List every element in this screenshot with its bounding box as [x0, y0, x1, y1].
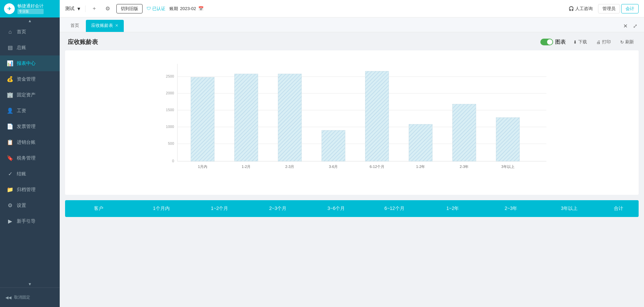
scroll-down-arrow[interactable]: ▼ — [0, 281, 60, 288]
svg-text:1月内: 1月内 — [198, 165, 207, 169]
download-label: 下载 — [578, 39, 587, 45]
sidebar-item-guide[interactable]: ▶ 新手引导 — [0, 213, 60, 229]
settings-gear-button[interactable]: ⚙ — [103, 4, 112, 13]
tab-close-icon[interactable]: ✕ — [115, 23, 118, 28]
sidebar-item-label: 报表中心 — [17, 60, 36, 67]
toggle-thumb — [547, 39, 552, 45]
chevron-down-icon: ▼ — [76, 6, 81, 11]
content-area: 应收账龄表 图表 ⬇ 下载 🖨 打印 ↻ 刷新 — [60, 32, 644, 307]
svg-text:1-2年: 1-2年 — [416, 165, 425, 169]
cert-status: 🛡 已认证 — [147, 6, 165, 12]
scroll-up-arrow[interactable]: ▲ — [0, 17, 60, 24]
sidebar-item-label: 固定资产 — [17, 92, 36, 98]
topbar: 测试 ▼ ＋ ⚙ 切到旧版 🛡 已认证 账期 2023-02 📅 🎧 人工咨询 … — [60, 0, 644, 17]
payroll-icon: 👤 — [7, 107, 13, 114]
sidebar-item-label: 结账 — [17, 171, 26, 177]
topbar-right: 🎧 人工咨询 管理员 会计 — [569, 4, 639, 13]
svg-text:1500: 1500 — [166, 108, 174, 112]
sidebar: ✈ 畅捷通好会计 专业版 ▲ ⌂ 首页 ▤ 总账 📊 报表中心 💰 资金管理 🏢… — [0, 0, 60, 307]
collapse-icon: ◀◀ — [5, 295, 11, 300]
svg-text:0: 0 — [172, 159, 174, 163]
sidebar-item-archive[interactable]: 📁 归档管理 — [0, 182, 60, 198]
svg-text:6-12个月: 6-12个月 — [370, 165, 384, 169]
manager-button[interactable]: 管理员 — [598, 4, 620, 13]
bar-6-12-month — [365, 71, 389, 161]
svg-text:2-3年: 2-3年 — [460, 165, 469, 169]
col-3plus-year: 3年以上 — [540, 200, 598, 217]
close-window-button[interactable]: ✕ — [622, 21, 629, 31]
svg-text:3年以上: 3年以上 — [501, 165, 514, 169]
add-button[interactable]: ＋ — [90, 4, 99, 13]
app-name: 畅捷通好会计 — [17, 3, 44, 9]
tax-icon: 🔖 — [7, 155, 13, 161]
calendar-icon[interactable]: 📅 — [198, 6, 204, 11]
svg-text:1000: 1000 — [166, 125, 174, 129]
bar-1-month — [191, 77, 214, 161]
sidebar-bottom: ◀◀ 取消固定 — [0, 288, 60, 307]
sidebar-item-invoice[interactable]: 📄 发票管理 — [0, 119, 60, 134]
chart-toggle[interactable]: 图表 — [540, 39, 566, 46]
invsales-icon: 📋 — [7, 139, 13, 145]
table-container: 客户 1个月内 1~2个月 2~3个月 3~6个月 6~12个月 1~2年 2~… — [65, 200, 639, 217]
col-1-2month: 1~2个月 — [191, 200, 249, 217]
collapse-label: 取消固定 — [14, 295, 30, 300]
tab-home-label: 首页 — [70, 23, 79, 29]
sidebar-item-tax[interactable]: 🔖 税务管理 — [0, 150, 60, 166]
bar-3-plus-year — [496, 118, 520, 161]
sidebar-item-settle[interactable]: ✓ 结账 — [0, 166, 60, 182]
sidebar-item-reports[interactable]: 📊 报表中心 — [0, 55, 60, 71]
collapse-sidebar-button[interactable]: ◀◀ 取消固定 — [0, 291, 60, 304]
switch-old-version-button[interactable]: 切到旧版 — [116, 4, 143, 13]
download-button[interactable]: ⬇ 下载 — [571, 38, 589, 46]
page-actions: 图表 ⬇ 下载 🖨 打印 ↻ 刷新 — [540, 38, 636, 46]
toggle-track[interactable] — [540, 39, 553, 45]
tab-aging-label: 应收账龄表 — [91, 23, 113, 29]
sidebar-item-payroll[interactable]: 👤 工资 — [0, 103, 60, 119]
sidebar-item-assets[interactable]: 🏢 固定资产 — [0, 87, 60, 103]
tabbar: 首页 应收账龄表 ✕ ✕ ⤢ — [60, 17, 644, 32]
tab-aging[interactable]: 应收账龄表 ✕ — [86, 20, 124, 32]
col-6-12month: 6~12个月 — [365, 200, 424, 217]
project-selector[interactable]: 测试 ▼ — [65, 6, 81, 12]
svg-text:2-3月: 2-3月 — [285, 165, 294, 169]
sidebar-item-label: 资金管理 — [17, 76, 36, 82]
print-label: 打印 — [602, 39, 611, 45]
invoice-icon: 📄 — [7, 123, 13, 130]
sidebar-item-label: 发票管理 — [17, 124, 36, 130]
refresh-label: 刷新 — [625, 39, 634, 45]
headset-icon: 🎧 — [569, 6, 574, 11]
bar-1-2-year — [409, 124, 432, 161]
print-button[interactable]: 🖨 打印 — [594, 38, 613, 46]
refresh-button[interactable]: ↻ 刷新 — [618, 38, 636, 46]
col-1-2year: 1~2年 — [424, 200, 482, 217]
ledger-icon: ▤ — [7, 44, 13, 51]
svg-text:1-2月: 1-2月 — [242, 165, 251, 169]
accountant-button[interactable]: 会计 — [621, 4, 639, 13]
main-area: 测试 ▼ ＋ ⚙ 切到旧版 🛡 已认证 账期 2023-02 📅 🎧 人工咨询 … — [60, 0, 644, 307]
sidebar-item-invsales[interactable]: 📋 进销台账 — [0, 134, 60, 150]
sidebar-logo: ✈ 畅捷通好会计 专业版 — [0, 0, 60, 17]
sidebar-item-label: 新手引导 — [17, 218, 36, 224]
sidebar-item-label: 归档管理 — [17, 187, 36, 193]
tab-home[interactable]: 首页 — [65, 20, 85, 32]
sidebar-item-ledger[interactable]: ▤ 总账 — [0, 40, 60, 55]
bar-2-3-year — [452, 104, 476, 161]
sidebar-item-funds[interactable]: 💰 资金管理 — [0, 71, 60, 87]
maximize-window-button[interactable]: ⤢ — [632, 21, 639, 31]
download-icon: ⬇ — [573, 40, 577, 45]
reports-icon: 📊 — [7, 60, 13, 67]
svg-text:500: 500 — [168, 141, 174, 145]
col-total: 合计 — [598, 200, 639, 217]
consult-button[interactable]: 🎧 人工咨询 — [569, 6, 593, 12]
user-buttons: 管理员 会计 — [598, 4, 639, 13]
sidebar-item-settings[interactable]: ⚙ 设置 — [0, 198, 60, 213]
svg-text:2000: 2000 — [166, 91, 174, 95]
guide-icon: ▶ — [7, 218, 13, 224]
page-header: 应收账龄表 图表 ⬇ 下载 🖨 打印 ↻ 刷新 — [60, 32, 644, 50]
sidebar-item-home[interactable]: ⌂ 首页 — [0, 24, 60, 40]
consult-label: 人工咨询 — [575, 6, 593, 12]
sidebar-item-label: 首页 — [17, 29, 26, 35]
settle-icon: ✓ — [7, 171, 13, 177]
svg-text:2500: 2500 — [166, 74, 174, 78]
bar-2-3-month — [278, 74, 302, 161]
